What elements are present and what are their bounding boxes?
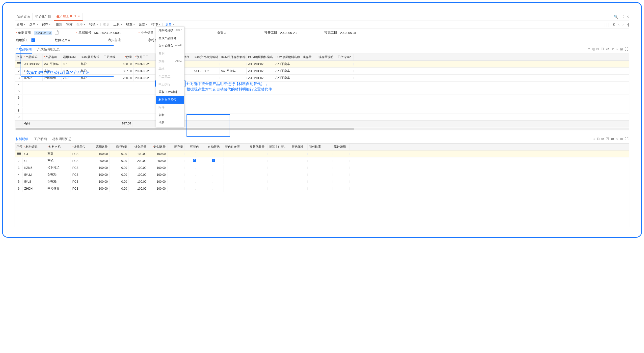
doc-date-value[interactable]: 2023-05-23 bbox=[34, 31, 52, 35]
material-grid: 序号 *材料编码 *材料名称 *计量单位 需用数量 损耗数量 计划总量 *计划数… bbox=[14, 143, 630, 227]
mgrid-icon-9[interactable]: ⛶ bbox=[625, 137, 628, 143]
mgrid-icon-2[interactable]: ⎘ bbox=[598, 137, 600, 143]
product-row[interactable]: 3KZMZ控制模组v1.0单阶230.002023-05-232023-03AX… bbox=[15, 75, 629, 82]
window-close-icon[interactable]: ✕ bbox=[626, 15, 630, 19]
mcol-conv: 折算主件替... bbox=[268, 144, 290, 150]
header-fields-row1: *单据日期 2023-05-23 *单据编号 MO-2023-05-0008 *… bbox=[14, 29, 630, 37]
menu-serial-maintain[interactable]: 序列号维护Alt+7 bbox=[156, 27, 184, 35]
biz-type-label: 业务类型 bbox=[141, 31, 154, 35]
doc-no-value[interactable]: MO-2023-05-0008 bbox=[94, 31, 121, 35]
enable-dispatch-checkbox[interactable]: ✓ bbox=[32, 39, 35, 42]
mcol-uom: *计量单位 bbox=[71, 144, 90, 150]
tab-desktop[interactable]: 我的桌面 bbox=[14, 13, 33, 20]
mgrid-icon-1[interactable]: ⊙ bbox=[592, 137, 596, 143]
material-row[interactable]: 55#LS5#螺栓PCS100.000.00100.00100.00 bbox=[15, 178, 629, 185]
auto-replace-checkbox[interactable] bbox=[212, 159, 215, 162]
mgrid-icon-3[interactable]: ⧉ bbox=[602, 137, 604, 143]
select-order-button[interactable]: 选单 bbox=[27, 22, 40, 27]
can-replace-checkbox[interactable] bbox=[193, 166, 196, 169]
plan-start-value[interactable]: 2023-05-23 bbox=[280, 31, 297, 35]
convert-button[interactable]: 转换 bbox=[87, 22, 100, 27]
grid-icon-1[interactable]: ⊙ bbox=[588, 47, 590, 54]
mcol-seq: 序号 bbox=[15, 144, 23, 150]
product-row-empty[interactable]: 4 bbox=[15, 82, 629, 88]
mcol-attr: 替代属性 bbox=[290, 144, 308, 150]
can-replace-checkbox[interactable] bbox=[193, 152, 196, 155]
mgrid-icon-8[interactable]: ⊞ bbox=[620, 137, 623, 143]
nav-first-icon[interactable]: K bbox=[612, 22, 616, 27]
save-button[interactable]: 保存 bbox=[40, 22, 52, 27]
can-replace-checkbox[interactable] bbox=[193, 180, 196, 183]
grid-icon-2[interactable]: ⎘ bbox=[592, 47, 594, 54]
grid-icon-8[interactable]: ⊞ bbox=[620, 47, 623, 54]
product-row[interactable]: AXTPHC02AXT平衡车001单阶100.002023-05-232023-… bbox=[15, 61, 629, 68]
col-bom: 适用BOM bbox=[62, 54, 79, 61]
new-button[interactable]: 新增 bbox=[14, 22, 27, 27]
nav-last-icon[interactable]: ›| bbox=[626, 22, 630, 27]
grid-icon-7[interactable]: ⌂ bbox=[616, 47, 618, 54]
grid-icon-6[interactable]: ↗ bbox=[611, 47, 614, 54]
tab-product-detail[interactable]: 产成品明细 bbox=[16, 47, 32, 54]
product-row-empty[interactable]: 7 bbox=[15, 101, 629, 107]
audit-button[interactable]: 审核 bbox=[64, 22, 74, 27]
can-replace-checkbox[interactable] bbox=[193, 173, 196, 176]
material-row[interactable]: 6ZHDH中号弹簧PCS100.000.00100.00100.00 bbox=[15, 185, 629, 192]
tab-production-order[interactable]: 生产加工单_1 × bbox=[54, 13, 83, 21]
mgrid-icon-5[interactable]: ⇄ bbox=[611, 137, 614, 143]
product-row-empty[interactable]: 5 bbox=[15, 88, 629, 95]
calendar-icon[interactable] bbox=[55, 31, 58, 35]
grid-icon-3[interactable]: ⧉ bbox=[596, 47, 599, 54]
menu-reget-bom[interactable]: 重取BOM材料 bbox=[156, 88, 184, 96]
row-handle-icon[interactable] bbox=[17, 152, 21, 155]
more-button[interactable]: 更多 bbox=[163, 22, 176, 27]
tab-material-detail[interactable]: 材料明细 bbox=[16, 137, 28, 143]
product-row-empty[interactable]: 6 bbox=[15, 95, 629, 101]
mcol-ref: 替代件参照 bbox=[224, 144, 248, 150]
search-icon[interactable]: 🔍 bbox=[614, 15, 618, 19]
mgrid-icon-7[interactable]: ⌂ bbox=[616, 137, 618, 143]
grid-icon-4[interactable]: ☒ bbox=[601, 47, 604, 54]
material-row[interactable]: 2CL车轮PCS200.000.00200.00200.00 bbox=[15, 157, 629, 164]
product-grid-header: 序号 *产品编码 *产品名称 适用BOM BOM展开方式 工艺路线 *数量 *预… bbox=[15, 54, 629, 61]
menu-refresh[interactable]: 刷新 bbox=[156, 111, 184, 119]
nav-next-icon[interactable]: › bbox=[622, 22, 624, 27]
tools-button[interactable]: 工具 bbox=[112, 22, 124, 27]
menu-draft: 草稿 bbox=[156, 65, 184, 73]
product-grid-scrollbar[interactable] bbox=[14, 128, 630, 130]
material-row[interactable]: CJ车架PCS100.000.00100.00100.00 bbox=[15, 150, 629, 157]
material-row[interactable]: 3KZMZ控制模组PCS100.000.00100.00100.00 bbox=[15, 164, 629, 171]
col-route: 工艺路线 bbox=[102, 54, 118, 61]
tab-init-nav[interactable]: 初始化导航 bbox=[33, 13, 54, 20]
auto-replace-checkbox bbox=[212, 152, 215, 155]
generate-button: 生单 bbox=[74, 22, 87, 27]
menu-material-auto-replace[interactable]: 材料自动替代 bbox=[156, 96, 184, 104]
delete-button[interactable]: 删除 bbox=[54, 22, 64, 27]
product-row-empty[interactable]: 9 bbox=[15, 114, 629, 120]
material-row[interactable]: 45#LM5#螺母PCS100.000.00100.00100.00 bbox=[15, 171, 629, 178]
menu-gen-batch[interactable]: 生成产品批号 bbox=[156, 35, 184, 42]
menu-message[interactable]: 消息 bbox=[156, 119, 184, 127]
can-replace-checkbox[interactable] bbox=[193, 187, 196, 190]
plan-end-value[interactable]: 2023-05-31 bbox=[340, 31, 357, 35]
product-row[interactable]: 2CJ车架002单阶307.002023-05-232023-01AXTPHC0… bbox=[15, 68, 629, 75]
tab-product-summary[interactable]: 产成品明细汇总 bbox=[37, 47, 60, 54]
barcode-icon[interactable]: ||| bbox=[604, 22, 610, 27]
link-query-button[interactable]: 联查 bbox=[124, 22, 137, 27]
col-parent-name: BOM父件存货名称 bbox=[220, 54, 247, 61]
print-button[interactable]: 打印 bbox=[149, 22, 162, 27]
row-handle-icon[interactable] bbox=[17, 62, 21, 65]
settings-button[interactable]: 设置 bbox=[137, 22, 149, 27]
grid-icon-9[interactable]: ⛶ bbox=[625, 47, 628, 54]
can-replace-checkbox[interactable] bbox=[193, 159, 196, 162]
mcol-rep-qty: 被替代数量 bbox=[248, 144, 268, 150]
expand-icon[interactable]: ⛶ bbox=[620, 15, 624, 19]
tab-material-summary[interactable]: 材料明细汇总 bbox=[52, 137, 72, 143]
tab-operation-detail[interactable]: 工序明细 bbox=[34, 137, 47, 143]
product-row-empty[interactable]: 8 bbox=[15, 107, 629, 114]
tab-close-icon[interactable]: × bbox=[78, 14, 80, 18]
mcol-need: 需用数量 bbox=[90, 144, 110, 150]
mgrid-icon-4[interactable]: ☒ bbox=[606, 137, 609, 143]
grid-icon-5[interactable]: ⇄ bbox=[606, 47, 609, 54]
nav-prev-icon[interactable]: ‹ bbox=[618, 22, 620, 27]
menu-barcode-input[interactable]: 条形码录入Alt+R bbox=[156, 42, 184, 50]
